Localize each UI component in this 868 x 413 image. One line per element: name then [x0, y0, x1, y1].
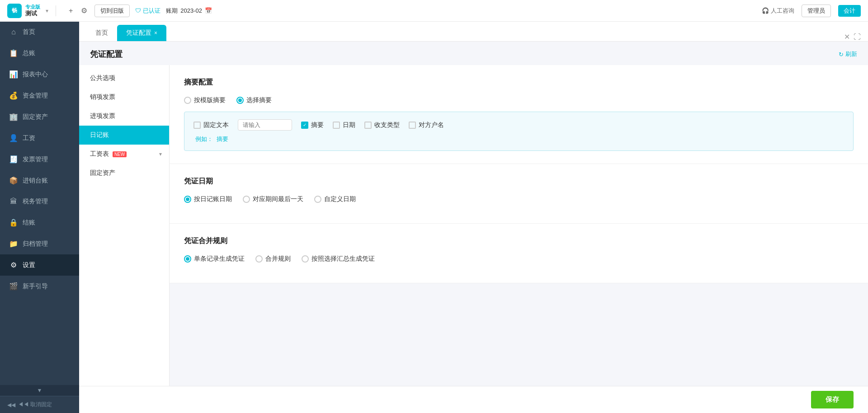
sidebar-item-invoice[interactable]: 🧾 发票管理: [0, 149, 79, 170]
config-nav-sales[interactable]: 销项发票: [79, 88, 169, 107]
merge-radio-group: 单条记录生成凭证 合并规则 按照选择汇总生成凭证: [184, 255, 854, 263]
tab-close-icon[interactable]: ×: [154, 30, 157, 36]
config-nav-public[interactable]: 公共选项: [79, 69, 169, 88]
radio-template[interactable]: 按模版摘要: [184, 96, 226, 104]
checkbox-fixed-text[interactable]: 固定文本: [193, 121, 229, 129]
checkbox-income-type-box: [364, 122, 372, 129]
checkbox-date[interactable]: 日期: [333, 121, 355, 129]
radio-single[interactable]: 单条记录生成凭证: [184, 255, 245, 263]
sidebar-item-label: 报表中心: [23, 70, 48, 79]
example-text: 例如： 摘要: [193, 135, 844, 143]
radio-select[interactable]: 选择摘要: [236, 96, 272, 104]
certified-text: 已认证: [143, 7, 160, 15]
sidebar-scroll-down[interactable]: ▼: [0, 385, 79, 396]
tax-icon: 🏛: [9, 197, 18, 206]
refresh-icon: ↻: [839, 51, 844, 58]
page-title: 凭证配置: [90, 49, 123, 60]
sidebar-item-label: 固定资产: [23, 113, 48, 121]
consult-button[interactable]: 🎧 人工咨询: [762, 7, 794, 15]
sidebar-item-reports[interactable]: 📊 报表中心: [0, 64, 79, 85]
radio-merge-rule-circle: [255, 255, 263, 263]
merge-title: 凭证合并规则: [184, 236, 854, 246]
save-button[interactable]: 保存: [811, 391, 854, 408]
radio-select-merge[interactable]: 按照选择汇总生成凭证: [302, 255, 375, 263]
checkbox-fixed-text-box: [193, 122, 201, 129]
sidebar-item-capital[interactable]: 💰 资金管理: [0, 85, 79, 106]
settings-button[interactable]: ⚙: [79, 5, 89, 17]
tab-home-label: 首页: [95, 29, 108, 37]
switch-old-version-button[interactable]: 切到旧版: [94, 5, 130, 17]
fixed-text-input[interactable]: [238, 119, 292, 131]
config-main: 摘要配置 按模版摘要 选择摘要: [170, 65, 868, 386]
radio-custom-date[interactable]: 自定义日期: [314, 195, 356, 203]
period-value: 2023-02: [180, 7, 202, 14]
checkbox-counterpart-label: 对方户名: [419, 121, 444, 129]
sidebar-item-assets[interactable]: 🏢 固定资产: [0, 106, 79, 127]
summary-sub-options: 固定文本 摘要 日期: [184, 112, 854, 151]
config-nav-fixed-assets[interactable]: 固定资产: [79, 164, 169, 183]
topbar-divider1: [56, 5, 56, 16]
add-button[interactable]: +: [67, 5, 75, 17]
page-content: 凭证配置 ↻ 刷新 公共选项 销项发票 进项发票: [79, 42, 868, 413]
tab-bar-right: ✕ ⛶: [844, 33, 861, 41]
config-nav-payroll[interactable]: 工资表 NEW ▾: [79, 145, 169, 164]
summary-title: 摘要配置: [184, 78, 854, 87]
sidebar: ⌂ 首页 📋 总账 📊 报表中心 💰 资金管理 🏢 固定资产 👤 工资: [0, 22, 79, 413]
sidebar-item-ledger[interactable]: 📋 总账: [0, 42, 79, 64]
new-badge: NEW: [113, 151, 127, 157]
company-chevron[interactable]: ▾: [46, 8, 48, 14]
example-prefix: 例如：: [195, 136, 213, 142]
checkbox-income-type[interactable]: 收支类型: [364, 121, 400, 129]
role-button[interactable]: 会计: [838, 5, 861, 17]
radio-template-circle: [184, 97, 191, 104]
radio-select-merge-label: 按照选择汇总生成凭证: [311, 255, 375, 263]
checkbox-fixed-text-label: 固定文本: [203, 121, 229, 129]
sidebar-item-close[interactable]: 🔒 结账: [0, 212, 79, 233]
checkbox-counterpart[interactable]: 对方户名: [409, 121, 444, 129]
calendar-icon[interactable]: 📅: [205, 7, 212, 14]
radio-journal-date-circle: [184, 196, 191, 203]
summary-radio-group: 按模版摘要 选择摘要: [184, 96, 854, 104]
radio-merge-rule[interactable]: 合并规则: [255, 255, 291, 263]
refresh-text: 刷新: [845, 50, 857, 58]
guide-icon: 🎬: [9, 282, 18, 291]
sidebar-item-archive[interactable]: 📁 归档管理: [0, 233, 79, 254]
tab-home[interactable]: 首页: [86, 25, 117, 41]
salary-icon: 👤: [9, 134, 18, 142]
tab-bar: 首页 凭证配置 × ✕ ⛶: [79, 22, 868, 42]
radio-period-last[interactable]: 对应期间最后一天: [243, 195, 303, 203]
user-button[interactable]: 管理员: [802, 5, 831, 17]
config-nav-journal[interactable]: 日记账: [79, 126, 169, 145]
sidebar-item-guide[interactable]: 🎬 新手引导: [0, 276, 79, 297]
sidebar-item-settings[interactable]: ⚙ 设置: [0, 254, 79, 276]
date-radio-group: 按日记账日期 对应期间最后一天 自定义日期: [184, 195, 854, 203]
sidebar-item-home[interactable]: ⌂ 首页: [0, 22, 79, 42]
radio-select-label: 选择摘要: [246, 96, 272, 104]
refresh-button[interactable]: ↻ 刷新: [839, 50, 857, 58]
topbar-right: 🎧 人工咨询 管理员 会计: [762, 5, 861, 17]
sidebar-item-tax[interactable]: 🏛 税务管理: [0, 191, 79, 212]
topbar: 畅 专业版 测试 ▾ + ⚙ 切到旧版 🛡 已认证 账期 2023-02 📅 🎧…: [0, 0, 868, 22]
certified-icon: 🛡: [135, 7, 141, 14]
radio-journal-date-label: 按日记账日期: [194, 195, 232, 203]
sidebar-item-salary[interactable]: 👤 工资: [0, 127, 79, 149]
config-nav-fixed-assets-label: 固定资产: [90, 169, 115, 176]
cancel-fixed-button[interactable]: ◀◀ ◀◀ 取消固定: [0, 396, 79, 413]
config-nav-purchase[interactable]: 进项发票: [79, 107, 169, 126]
radio-template-label: 按模版摘要: [194, 96, 226, 104]
config-nav: 公共选项 销项发票 进项发票 日记账 工资表 NEW ▾: [79, 65, 170, 386]
sidebar-item-label: 总账: [23, 49, 35, 57]
tab-config[interactable]: 凭证配置 ×: [117, 25, 166, 41]
summary-section: 摘要配置 按模版摘要 选择摘要: [170, 65, 868, 164]
company-info: 畅 专业版 测试: [7, 4, 40, 18]
radio-journal-date[interactable]: 按日记账日期: [184, 195, 232, 203]
period-label: 账期: [166, 7, 178, 15]
tab-close-window-icon[interactable]: ✕: [844, 33, 850, 41]
sidebar-item-label: 进销台账: [23, 177, 48, 185]
cancel-fixed-label: ◀◀ 取消固定: [18, 401, 52, 408]
tab-fullscreen-icon[interactable]: ⛶: [854, 33, 861, 41]
radio-single-label: 单条记录生成凭证: [194, 255, 245, 263]
sidebar-item-purchase[interactable]: 📦 进销台账: [0, 170, 79, 191]
capital-icon: 💰: [9, 91, 18, 100]
checkbox-summary[interactable]: 摘要: [301, 121, 324, 129]
